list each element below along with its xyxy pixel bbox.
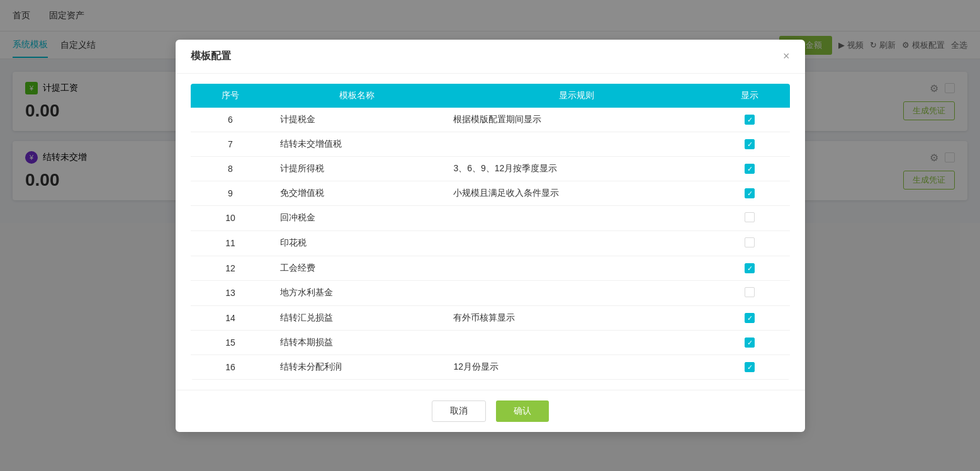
cell-checkbox[interactable] [710, 355, 790, 379]
checkbox-display[interactable] [745, 164, 755, 174]
cell-rule [443, 256, 709, 280]
cell-seq: 11 [191, 230, 271, 256]
checkbox-display[interactable] [745, 263, 755, 273]
modal-overlay[interactable]: 模板配置 × 序号 模板名称 显示规则 显示 6计提税金根据模版配置期间显 [0, 0, 980, 471]
table-wrapper[interactable]: 序号 模板名称 显示规则 显示 6计提税金根据模版配置期间显示7结转未交增值税8… [191, 84, 790, 380]
cell-seq: 7 [191, 132, 271, 156]
table-row: 14结转汇兑损益有外币核算显示 [191, 305, 790, 330]
config-table: 序号 模板名称 显示规则 显示 6计提税金根据模版配置期间显示7结转未交增值税8… [191, 84, 790, 380]
checkbox-display[interactable] [745, 338, 755, 348]
table-row: 13地方水利基金 [191, 280, 790, 305]
table-body: 6计提税金根据模版配置期间显示7结转未交增值税8计提所得税3、6、9、12月按季… [191, 108, 790, 380]
checkbox-display[interactable] [745, 287, 755, 297]
cell-name: 回冲税金 [270, 205, 443, 230]
cell-seq: 10 [191, 205, 271, 230]
confirm-button[interactable]: 确认 [496, 400, 549, 422]
table-row: 15结转本期损益 [191, 330, 790, 355]
table-row: 8计提所得税3、6、9、12月按季度显示 [191, 156, 790, 181]
cell-name: 计提所得税 [270, 156, 443, 181]
checkbox-display[interactable] [745, 188, 755, 198]
cell-rule: 3、6、9、12月按季度显示 [443, 156, 709, 181]
col-name: 模板名称 [270, 84, 443, 108]
cell-rule [443, 330, 709, 355]
table-row: 9免交增值税小规模且满足收入条件显示 [191, 181, 790, 205]
checkbox-display[interactable] [745, 362, 755, 372]
cell-name: 结转未交增值税 [270, 132, 443, 156]
cell-checkbox[interactable] [710, 280, 790, 305]
cell-rule [443, 230, 709, 256]
cell-rule [443, 132, 709, 156]
checkbox-display[interactable] [745, 237, 755, 247]
table-row: 16结转未分配利润12月份显示 [191, 355, 790, 379]
cell-seq: 16 [191, 355, 271, 379]
cell-rule: 根据模版配置期间显示 [443, 108, 709, 132]
checkbox-display[interactable] [745, 139, 755, 149]
cell-seq: 14 [191, 305, 271, 330]
table-header: 序号 模板名称 显示规则 显示 [191, 84, 790, 108]
cell-checkbox[interactable] [710, 205, 790, 230]
cell-name: 印花税 [270, 230, 443, 256]
cell-checkbox[interactable] [710, 181, 790, 205]
table-row: 7结转未交增值税 [191, 132, 790, 156]
modal-footer: 取消 确认 [176, 390, 805, 432]
table-row: 10回冲税金 [191, 205, 790, 230]
cell-name: 工会经费 [270, 256, 443, 280]
cell-rule [443, 280, 709, 305]
cell-checkbox[interactable] [710, 305, 790, 330]
col-display: 显示 [710, 84, 790, 108]
modal-header: 模板配置 × [176, 40, 805, 74]
template-config-modal: 模板配置 × 序号 模板名称 显示规则 显示 6计提税金根据模版配置期间显 [176, 40, 805, 432]
cell-checkbox[interactable] [710, 256, 790, 280]
cell-seq: 13 [191, 280, 271, 305]
cell-seq: 15 [191, 330, 271, 355]
cell-seq: 12 [191, 256, 271, 280]
table-row: 11印花税 [191, 230, 790, 256]
checkbox-display[interactable] [745, 313, 755, 323]
cell-name: 结转未分配利润 [270, 355, 443, 379]
table-row: 6计提税金根据模版配置期间显示 [191, 108, 790, 132]
cell-seq: 6 [191, 108, 271, 132]
cell-name: 免交增值税 [270, 181, 443, 205]
cell-name: 结转汇兑损益 [270, 305, 443, 330]
modal-title: 模板配置 [191, 50, 231, 63]
cell-checkbox[interactable] [710, 330, 790, 355]
cell-rule: 小规模且满足收入条件显示 [443, 181, 709, 205]
cell-name: 地方水利基金 [270, 280, 443, 305]
cell-seq: 9 [191, 181, 271, 205]
cell-rule: 12月份显示 [443, 355, 709, 379]
cell-name: 结转本期损益 [270, 330, 443, 355]
checkbox-display[interactable] [745, 115, 755, 125]
cell-name: 计提税金 [270, 108, 443, 132]
modal-body: 序号 模板名称 显示规则 显示 6计提税金根据模版配置期间显示7结转未交增值税8… [176, 74, 805, 390]
cell-checkbox[interactable] [710, 108, 790, 132]
col-seq: 序号 [191, 84, 271, 108]
cancel-button[interactable]: 取消 [432, 400, 486, 422]
cell-checkbox[interactable] [710, 230, 790, 256]
cell-rule [443, 205, 709, 230]
table-row: 12工会经费 [191, 256, 790, 280]
cell-seq: 8 [191, 156, 271, 181]
cell-checkbox[interactable] [710, 156, 790, 181]
col-rule: 显示规则 [443, 84, 709, 108]
cell-rule: 有外币核算显示 [443, 305, 709, 330]
cell-checkbox[interactable] [710, 132, 790, 156]
checkbox-display[interactable] [745, 212, 755, 222]
modal-close-button[interactable]: × [783, 50, 790, 63]
